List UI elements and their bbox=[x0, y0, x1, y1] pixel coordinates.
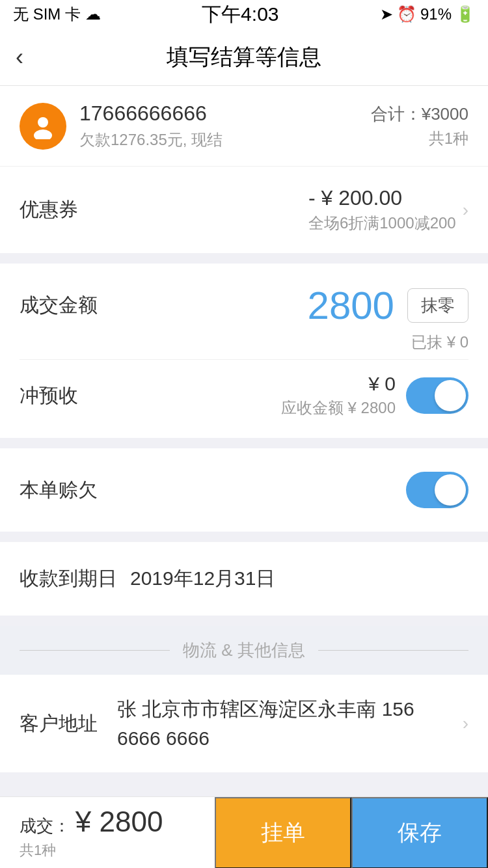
prepay-toggle[interactable] bbox=[406, 377, 468, 414]
user-info: 17666666666 欠款1276.35元, 现结 bbox=[79, 102, 223, 150]
bottom-summary: 成交： ¥ 2800 共1种 bbox=[0, 806, 215, 860]
svg-point-1 bbox=[34, 129, 52, 139]
debt-toggle[interactable] bbox=[406, 472, 468, 508]
status-right: ➤ ⏰ 91% 🔋 bbox=[380, 5, 475, 23]
divider-text: 物流 & 其他信息 bbox=[183, 639, 305, 662]
battery-icon: 🔋 bbox=[455, 5, 475, 23]
deal-amount-row: 成交金额 2800 抹零 bbox=[20, 283, 468, 328]
back-button[interactable]: ‹ bbox=[16, 44, 23, 71]
avatar bbox=[20, 103, 66, 150]
due-date-value: 2019年12月31日 bbox=[130, 565, 275, 592]
deal-sub-text: 已抹 ¥ 0 bbox=[20, 332, 468, 353]
user-left: 17666666666 欠款1276.35元, 现结 bbox=[20, 102, 223, 150]
nav-bar: ‹ 填写结算等信息 bbox=[0, 29, 488, 86]
bottom-deal-row: 成交： ¥ 2800 bbox=[20, 806, 195, 838]
deal-label: 成交金额 bbox=[20, 292, 98, 319]
user-phone: 17666666666 bbox=[79, 102, 223, 126]
alarm-icon: ⏰ bbox=[397, 5, 416, 23]
prepay-value: ¥ 0 bbox=[281, 373, 396, 395]
status-bar: 无 SIM 卡 ☁ 下午4:03 ➤ ⏰ 91% 🔋 bbox=[0, 0, 488, 29]
address-content: 张 北京市市辖区海淀区永丰南 156 6666 6666 bbox=[117, 694, 463, 753]
address-label: 客户地址 bbox=[20, 711, 98, 737]
user-sub-text: 欠款1276.35元, 现结 bbox=[79, 129, 223, 150]
coupon-right: - ¥ 200.00 全场6折满1000减200 › bbox=[308, 186, 468, 234]
status-time: 下午4:03 bbox=[202, 1, 278, 28]
battery-level: 91% bbox=[420, 5, 452, 23]
deal-section: 成交金额 2800 抹零 已抹 ¥ 0 冲预收 ¥ 0 应收金额 ¥ 2800 bbox=[0, 264, 488, 438]
bottom-bar: 成交： ¥ 2800 共1种 挂单 保存 bbox=[0, 796, 488, 868]
debt-section: 本单赊欠 bbox=[0, 448, 488, 532]
page-title: 填写结算等信息 bbox=[167, 42, 321, 72]
coupon-amount: - ¥ 200.00 bbox=[308, 186, 456, 210]
svg-point-0 bbox=[38, 117, 48, 128]
bottom-deal-label: 成交： bbox=[20, 816, 70, 835]
due-date-section: 收款到期日 2019年12月31日 bbox=[0, 542, 488, 616]
sim-status: 无 SIM 卡 ☁ bbox=[13, 4, 101, 25]
hang-button[interactable]: 挂单 bbox=[215, 797, 351, 869]
coupon-label: 优惠券 bbox=[20, 197, 78, 223]
round-button[interactable]: 抹零 bbox=[407, 288, 468, 323]
prepay-row: 冲预收 ¥ 0 应收金额 ¥ 2800 bbox=[20, 359, 468, 418]
toggle-knob bbox=[435, 380, 466, 411]
address-chevron-icon: › bbox=[463, 713, 468, 734]
user-total: 合计：¥3000 共1种 bbox=[371, 103, 468, 149]
total-label: 合计：¥3000 bbox=[371, 103, 468, 126]
deal-right: 2800 抹零 bbox=[308, 283, 468, 328]
prepay-label: 冲预收 bbox=[20, 383, 78, 409]
prepay-right: ¥ 0 应收金额 ¥ 2800 bbox=[281, 373, 468, 418]
address-section[interactable]: 客户地址 张 北京市市辖区海淀区永丰南 156 6666 6666 › bbox=[0, 675, 488, 772]
due-date-label: 收款到期日 bbox=[20, 565, 117, 592]
main-content: 17666666666 欠款1276.35元, 现结 合计：¥3000 共1种 … bbox=[0, 86, 488, 861]
total-sub: 共1种 bbox=[371, 128, 468, 149]
chevron-right-icon: › bbox=[463, 200, 468, 221]
status-left: 无 SIM 卡 ☁ bbox=[13, 4, 101, 25]
debt-label: 本单赊欠 bbox=[20, 477, 98, 504]
user-row: 17666666666 欠款1276.35元, 现结 合计：¥3000 共1种 bbox=[0, 86, 488, 166]
bottom-sub: 共1种 bbox=[20, 841, 195, 860]
save-button[interactable]: 保存 bbox=[351, 797, 488, 869]
divider-line-left bbox=[20, 650, 170, 651]
coupon-row[interactable]: 优惠券 - ¥ 200.00 全场6折满1000减200 › bbox=[0, 166, 488, 253]
deal-amount-value: 2800 bbox=[308, 283, 394, 328]
bottom-amount: ¥ 2800 bbox=[75, 806, 163, 837]
coupon-detail: 全场6折满1000减200 bbox=[308, 213, 456, 234]
prepay-sub-text: 应收金额 ¥ 2800 bbox=[281, 398, 396, 418]
prepay-amount: ¥ 0 应收金额 ¥ 2800 bbox=[281, 373, 396, 418]
user-card: 17666666666 欠款1276.35元, 现结 合计：¥3000 共1种 … bbox=[0, 86, 488, 253]
divider-section: 物流 & 其他信息 bbox=[0, 626, 488, 675]
divider-line-right bbox=[318, 650, 468, 651]
location-icon: ➤ bbox=[380, 5, 393, 23]
debt-toggle-knob bbox=[435, 474, 466, 506]
